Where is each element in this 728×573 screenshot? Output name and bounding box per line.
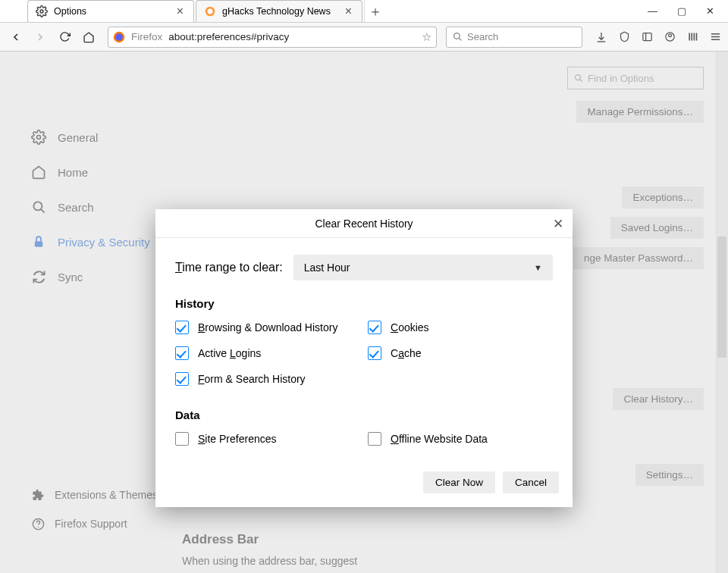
sync-icon [30,268,47,285]
checkbox-form-history[interactable]: Form & Search History [175,366,360,392]
svg-point-13 [37,526,38,527]
checkbox-icon [368,432,381,446]
shield-icon[interactable] [617,31,631,43]
bookmark-star-icon[interactable]: ☆ [422,30,431,44]
clear-history-button[interactable]: Clear History… [613,388,704,410]
reload-button[interactable] [55,27,74,47]
address-bar-heading: Address Bar [182,532,357,547]
gear-icon [36,5,48,17]
tab-label: gHacks Technology News [222,6,331,17]
content-viewport: General Home Search Privacy & Security S… [0,52,728,573]
toolbar-icons [595,31,722,43]
svg-point-4 [115,33,123,41]
library-icon[interactable] [686,31,699,43]
nav-label: Privacy & Security [58,236,150,249]
forward-button[interactable] [30,27,50,47]
nav-label: Search [58,201,94,214]
question-icon [30,515,46,532]
nav-extensions[interactable]: Extensions & Themes [30,481,158,509]
checkbox-label: Active Logins [198,347,261,359]
checkbox-label: Offline Website Data [391,433,488,445]
checkbox-label: Cache [391,347,422,359]
tab-close-icon[interactable]: × [174,5,186,18]
checkbox-label: Site Preferences [198,433,277,445]
close-button[interactable]: ✕ [706,5,714,17]
nav-label: Home [58,166,88,179]
address-bar-sub: When using the address bar, suggest [182,555,357,567]
svg-rect-11 [35,241,43,247]
back-button[interactable] [6,27,26,47]
find-placeholder: Find in Options [588,73,654,84]
search-bar[interactable]: Search [446,27,582,48]
minimize-button[interactable]: — [648,5,657,17]
tab-close-icon[interactable]: × [343,5,354,18]
checkbox-label: Browsing & Download History [198,321,337,333]
cancel-button[interactable]: Cancel [503,471,559,493]
checkbox-icon [175,346,189,360]
site-favicon [204,5,216,17]
puzzle-icon [30,487,46,503]
checkbox-cookies[interactable]: Cookies [368,315,553,340]
tab-ghacks[interactable]: gHacks Technology News × [196,0,362,22]
checkbox-site-preferences[interactable]: Site Preferences [175,426,360,452]
menu-icon[interactable] [708,31,722,43]
maximize-button[interactable]: ▢ [677,5,686,17]
svg-rect-6 [642,33,651,41]
change-master-password-button[interactable]: nge Master Password… [573,247,704,269]
nav-label: Sync [58,271,83,283]
checkbox-active-logins[interactable]: Active Logins [175,340,360,366]
home-button[interactable] [79,27,99,47]
dialog-header: Clear Recent History ✕ [155,209,573,238]
nav-support[interactable]: Firefox Support [30,509,158,538]
manage-permissions-button[interactable]: Manage Permissions… [576,101,704,123]
svg-point-10 [33,202,42,210]
checkbox-icon [175,432,189,446]
checkbox-icon [368,346,381,360]
window-controls: — ▢ ✕ [634,0,728,22]
time-range-label: Time range to clear: [175,261,283,274]
url-text: about:preferences#privacy [168,31,416,42]
checkbox-cache[interactable]: Cache [368,340,553,366]
nav-privacy-security[interactable]: Privacy & Security [30,224,174,259]
nav-sync[interactable]: Sync [30,259,174,294]
history-group-heading: History [175,297,553,310]
clear-now-button[interactable]: Clear Now [423,471,495,493]
dialog-close-icon[interactable]: ✕ [553,216,563,232]
nav-toolbar: Firefox about:preferences#privacy ☆ Sear… [0,23,728,52]
nav-home[interactable]: Home [30,155,174,189]
tab-options[interactable]: Options × [27,0,194,22]
svg-point-14 [576,75,581,80]
sidebar-toggle-icon[interactable] [640,31,654,43]
nav-label: Extensions & Themes [55,489,158,501]
search-icon [453,32,463,42]
scroll-thumb[interactable] [717,236,726,358]
checkbox-browsing-history[interactable]: Browsing & Download History [175,315,360,340]
data-group-heading: Data [175,409,553,421]
address-bar[interactable]: Firefox about:preferences#privacy ☆ [108,27,437,48]
search-icon [30,199,47,215]
checkbox-icon [175,372,189,386]
find-in-options[interactable]: Find in Options [567,67,704,89]
tab-strip: Options × gHacks Technology News × ＋ [0,0,634,22]
downloads-icon[interactable] [595,31,608,43]
checkbox-offline-data[interactable]: Offline Website Data [368,426,553,452]
svg-point-8 [668,34,671,37]
checkbox-label: Cookies [391,321,429,333]
identity-label: Firefox [131,31,162,42]
exceptions-button[interactable]: Exceptions… [622,186,704,208]
preferences-sidebar: General Home Search Privacy & Security S… [0,52,174,573]
lock-icon [30,233,47,250]
settings-button[interactable]: Settings… [635,464,704,486]
new-tab-button[interactable]: ＋ [364,0,385,22]
account-icon[interactable] [663,31,676,43]
checkbox-label: Form & Search History [198,373,306,385]
dialog-title: Clear Recent History [315,218,413,230]
vertical-scrollbar[interactable] [716,52,728,573]
search-icon [574,74,583,83]
saved-logins-button[interactable]: Saved Logins… [610,217,704,239]
nav-general[interactable]: General [30,120,174,155]
clear-history-dialog: Clear Recent History ✕ Time range to cle… [155,209,573,507]
nav-search[interactable]: Search [30,189,174,224]
time-range-select[interactable]: Last Hour ▼ [293,255,553,280]
nav-label: General [58,131,98,144]
